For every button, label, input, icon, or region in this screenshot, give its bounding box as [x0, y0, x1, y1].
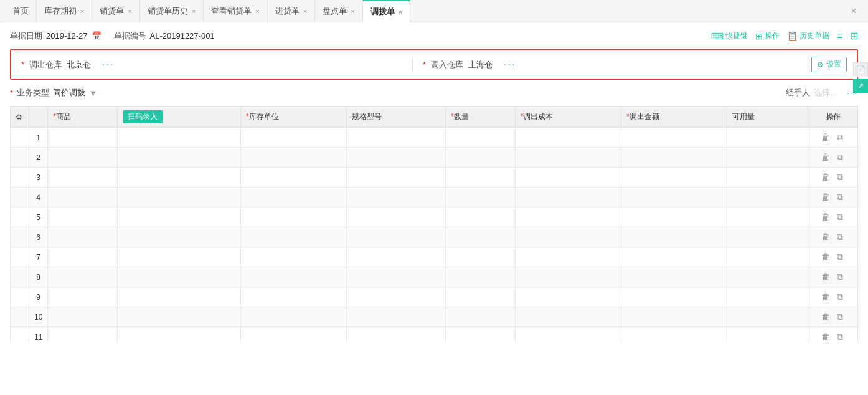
row-amount-1[interactable] [621, 128, 727, 148]
tab-sales[interactable]: 销货单 × [92, 0, 139, 22]
row-unit-8[interactable] [240, 267, 346, 287]
row-product-5[interactable] [48, 207, 118, 227]
close-tab-sales-history[interactable]: × [192, 7, 196, 15]
row-unit-5[interactable] [240, 207, 346, 227]
copy-icon-5[interactable]: ⧉ [834, 211, 846, 224]
row-cost-7[interactable] [515, 247, 621, 267]
row-spec-10[interactable] [347, 307, 446, 327]
row-product-9[interactable] [48, 287, 118, 307]
row-gear-4[interactable] [11, 188, 29, 207]
close-tab-stocktake[interactable]: × [351, 7, 354, 15]
row-qty-1[interactable] [446, 128, 516, 148]
row-amount-5[interactable] [621, 207, 727, 227]
delete-icon-8[interactable]: 🗑 [819, 270, 832, 283]
row-product-8[interactable] [48, 267, 118, 287]
close-tab-inventory[interactable]: × [80, 7, 84, 15]
row-product-7[interactable] [48, 247, 118, 267]
row-qty-5[interactable] [446, 207, 516, 227]
row-cost-9[interactable] [515, 287, 621, 307]
copy-icon-2[interactable]: ⧉ [834, 151, 846, 164]
layout1-btn[interactable]: ≡ [837, 31, 842, 42]
row-unit-1[interactable] [240, 128, 346, 148]
row-gear-1[interactable] [11, 128, 29, 148]
delete-icon-11[interactable]: 🗑 [819, 330, 832, 343]
row-spec-11[interactable] [347, 327, 446, 343]
copy-icon-1[interactable]: ⧉ [834, 131, 846, 144]
row-amount-6[interactable] [621, 227, 727, 247]
business-dropdown-arrow[interactable]: ▼ [89, 88, 97, 98]
row-spec-6[interactable] [347, 227, 446, 247]
in-warehouse-value[interactable]: 上海仓 [468, 59, 493, 70]
out-warehouse-value[interactable]: 北京仓 [67, 59, 91, 70]
row-cost-10[interactable] [515, 307, 621, 327]
sidebar-doc-icon[interactable]: 📄 [853, 62, 868, 77]
row-cost-5[interactable] [515, 207, 621, 227]
tab-home[interactable]: 首页 [5, 0, 37, 22]
delete-icon-10[interactable]: 🗑 [819, 310, 832, 323]
row-gear-5[interactable] [11, 207, 29, 227]
calendar-icon[interactable]: 📅 [92, 31, 101, 41]
row-spec-1[interactable] [347, 128, 446, 148]
row-spec-8[interactable] [347, 267, 446, 287]
row-qty-4[interactable] [446, 188, 516, 207]
row-product-4[interactable] [48, 188, 118, 207]
row-spec-7[interactable] [347, 247, 446, 267]
row-spec-3[interactable] [347, 168, 446, 188]
copy-icon-9[interactable]: ⧉ [834, 291, 846, 303]
tab-purchase[interactable]: 进货单 × [268, 0, 315, 22]
sidebar-expand-icon[interactable]: ↗ [853, 79, 868, 93]
row-product-3[interactable] [48, 168, 118, 188]
copy-icon-11[interactable]: ⧉ [834, 331, 846, 343]
delete-icon-6[interactable]: 🗑 [819, 231, 832, 243]
row-cost-11[interactable] [515, 327, 621, 343]
close-tab-sales[interactable]: × [128, 7, 131, 15]
row-qty-8[interactable] [446, 267, 516, 287]
row-product-2[interactable] [48, 148, 118, 168]
row-unit-10[interactable] [240, 307, 346, 327]
row-unit-3[interactable] [240, 168, 346, 188]
tab-transfer[interactable]: 调拨单 × [363, 0, 410, 22]
delete-icon-2[interactable]: 🗑 [819, 151, 832, 163]
scan-button[interactable]: 扫码录入 [123, 110, 163, 123]
row-spec-9[interactable] [347, 287, 446, 307]
in-warehouse-more[interactable]: ··· [504, 59, 516, 70]
row-qty-7[interactable] [446, 247, 516, 267]
row-product-11[interactable] [48, 327, 118, 343]
row-cost-8[interactable] [515, 267, 621, 287]
row-gear-2[interactable] [11, 148, 29, 168]
row-unit-6[interactable] [240, 227, 346, 247]
row-unit-7[interactable] [240, 247, 346, 267]
row-spec-2[interactable] [347, 148, 446, 168]
row-gear-6[interactable] [11, 227, 29, 247]
row-gear-11[interactable] [11, 327, 29, 343]
history-btn[interactable]: 📋 历史单据 [787, 31, 829, 41]
row-unit-11[interactable] [240, 327, 346, 343]
tab-view-sales[interactable]: 查看销货单 × [204, 0, 267, 22]
row-amount-8[interactable] [621, 267, 727, 287]
row-qty-3[interactable] [446, 168, 516, 188]
close-tab-view-sales[interactable]: × [255, 7, 259, 15]
row-qty-2[interactable] [446, 148, 516, 168]
copy-icon-7[interactable]: ⧉ [834, 251, 846, 264]
copy-icon-10[interactable]: ⧉ [834, 311, 846, 323]
row-cost-3[interactable] [515, 168, 621, 188]
delete-icon-7[interactable]: 🗑 [819, 250, 832, 263]
row-unit-2[interactable] [240, 148, 346, 168]
close-all-tabs[interactable]: × [844, 0, 863, 22]
row-spec-4[interactable] [347, 188, 446, 207]
row-qty-11[interactable] [446, 327, 516, 343]
out-warehouse-more[interactable]: ··· [102, 59, 114, 70]
row-product-10[interactable] [48, 307, 118, 327]
row-gear-8[interactable] [11, 267, 29, 287]
close-tab-purchase[interactable]: × [303, 7, 307, 15]
th-gear[interactable]: ⚙ [11, 107, 29, 128]
tab-stocktake[interactable]: 盘点单 × [315, 0, 362, 22]
row-amount-11[interactable] [621, 327, 727, 343]
row-qty-9[interactable] [446, 287, 516, 307]
business-value[interactable]: 同价调拨 [53, 87, 85, 98]
delete-icon-3[interactable]: 🗑 [819, 171, 832, 183]
date-value[interactable]: 2019-12-27 [46, 31, 88, 40]
row-gear-10[interactable] [11, 307, 29, 327]
layout2-btn[interactable]: ⊞ [850, 30, 858, 42]
operation-btn[interactable]: ⊞ 操作 [755, 31, 780, 41]
